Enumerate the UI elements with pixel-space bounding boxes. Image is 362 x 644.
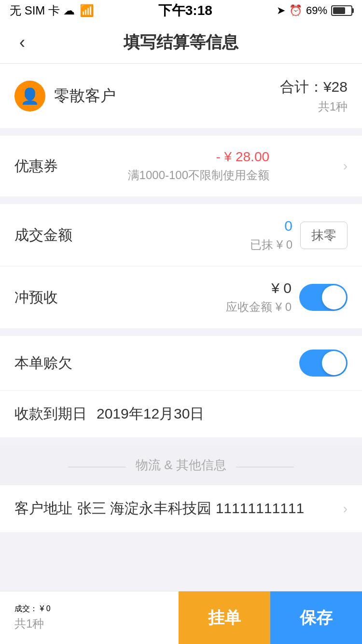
deal-amount-value: 0 [250,218,292,234]
nav-bar: ‹ 填写结算等信息 [0,21,362,64]
debt-toggle-knob [322,351,346,375]
status-bar: 无 SIM 卡 ☁ 📶 下午3:18 ➤ ⏰ 69% [0,0,362,21]
coupon-subtext: 满1000-100不限制使用金额 [128,168,269,183]
page-title: 填写结算等信息 [124,31,238,54]
sim-status: 无 SIM 卡 ☁ [10,3,75,18]
battery-icon [331,5,352,16]
location-icon: ➤ [277,4,285,17]
logistics-section: 物流 & 其他信息 [0,445,362,485]
customer-row: 👤 零散客户 合计：¥28 共1种 [0,64,362,128]
due-date-label: 收款到期日 [14,404,87,424]
address-row[interactable]: 客户地址 张三 海淀永丰科技园 11111111111 › [0,485,362,532]
total-count: 共1种 [280,99,348,114]
address-chevron: › [343,501,348,517]
toggle-knob [322,285,346,309]
due-date-row: 收款到期日 2019年12月30日 [0,391,362,437]
avatar: 👤 [14,81,45,112]
coupon-label: 优惠券 [14,156,58,176]
prepayment-right: ¥ 0 应收金额 ¥ 0 [226,280,348,315]
coupon-discount: - ¥ 28.00 [128,149,269,165]
battery-percent: 69% [306,4,327,17]
bottom-bar: 成交： ¥ 0 共1种 挂单 保存 [0,591,362,644]
bottom-summary: 成交： ¥ 0 共1种 [0,604,179,631]
customer-left: 👤 零散客户 [14,81,116,112]
debt-toggle[interactable] [299,350,348,377]
deal-amount-right: 0 已抹 ¥ 0 抹零 [250,218,348,252]
bottom-summary-line1: 成交： ¥ 0 [14,604,164,614]
coupon-card[interactable]: 优惠券 - ¥ 28.00 满1000-100不限制使用金额 › [0,136,362,196]
content: 👤 零散客户 合计：¥28 共1种 优惠券 - ¥ 28.00 满1000-10… [0,64,362,598]
avatar-icon: 👤 [20,87,40,105]
bottom-summary-amount: ¥ 0 [40,604,50,613]
amount-card: 成交金额 0 已抹 ¥ 0 抹零 冲预收 ¥ 0 应收金额 ¥ 0 [0,204,362,328]
prepayment-amount: ¥ 0 [226,280,292,296]
customer-summary: 合计：¥28 共1种 [280,77,348,114]
total-amount: 合计：¥28 [280,77,348,97]
debt-right [299,350,348,377]
status-right: ➤ ⏰ 69% [277,4,352,17]
address-label: 客户地址 [14,499,72,518]
back-button[interactable]: ‹ [14,28,30,57]
prepayment-row: 冲预收 ¥ 0 应收金额 ¥ 0 [0,266,362,328]
alarm-icon: ⏰ [289,4,302,17]
debt-row: 本单赊欠 [0,336,362,391]
status-time: 下午3:18 [158,1,212,20]
save-button[interactable]: 保存 [270,591,362,644]
address-value: 张三 海淀永丰科技园 11111111111 [72,499,343,518]
deal-amount-sub: 已抹 ¥ 0 [250,237,292,252]
address-card[interactable]: 客户地址 张三 海淀永丰科技园 11111111111 › [0,485,362,532]
bottom-summary-count: 共1种 [14,616,164,631]
coupon-row[interactable]: 优惠券 - ¥ 28.00 满1000-100不限制使用金额 › [0,136,362,196]
logistics-label: 物流 & 其他信息 [136,458,226,472]
round-zero-button[interactable]: 抹零 [300,222,348,249]
hang-button[interactable]: 挂单 [179,591,270,644]
debt-card: 本单赊欠 收款到期日 2019年12月30日 [0,336,362,437]
wifi-icon: 📶 [80,4,94,17]
prepayment-sub: 应收金额 ¥ 0 [226,299,292,315]
customer-name: 零散客户 [54,85,116,107]
coupon-right: - ¥ 28.00 满1000-100不限制使用金额 [128,149,269,183]
prepayment-label: 冲预收 [14,288,58,308]
deal-amount-row: 成交金额 0 已抹 ¥ 0 抹零 [0,204,362,266]
bottom-summary-title: 成交： [14,604,38,613]
deal-amount-label: 成交金额 [14,225,72,245]
debt-label: 本单赊欠 [14,353,72,373]
customer-card: 👤 零散客户 合计：¥28 共1种 [0,64,362,128]
prepayment-toggle[interactable] [299,284,348,311]
coupon-chevron: › [343,158,348,174]
status-left: 无 SIM 卡 ☁ 📶 [10,3,94,18]
due-date-value: 2019年12月30日 [97,404,204,424]
